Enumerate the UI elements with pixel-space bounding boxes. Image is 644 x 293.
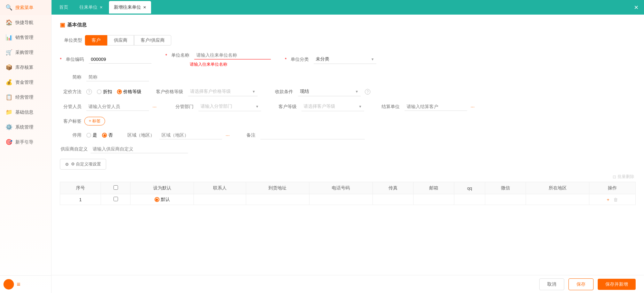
search-icon: 🔍	[6, 4, 13, 11]
inventory-icon: 📦	[6, 64, 13, 71]
pricing-price-level[interactable]: 价格等级	[117, 89, 141, 95]
batch-delete-button[interactable]: ⊡ 批量删除	[613, 174, 634, 180]
col-default: 设为默认	[131, 182, 194, 194]
pricing-help-icon[interactable]: ?	[86, 89, 92, 95]
customer-level-arrow: ▼	[359, 105, 362, 108]
customer-tag-row: 客户标签 + 标签	[60, 117, 636, 125]
region-more-icon[interactable]: ···	[224, 132, 231, 138]
col-address: 到货地址	[246, 182, 309, 194]
row-add-icon[interactable]: +	[607, 197, 610, 202]
manager-input[interactable]	[86, 103, 149, 111]
remark-input[interactable]	[260, 131, 365, 139]
unit-type-customer[interactable]: 客户	[85, 35, 107, 46]
dept-select[interactable]: 请输入分管部门 ▼	[198, 102, 261, 111]
settlement-unit-input[interactable]	[405, 103, 467, 111]
tab-partner[interactable]: 往来单位 ✕	[74, 1, 108, 14]
row-checkbox[interactable]	[113, 197, 118, 201]
save-button[interactable]: 保存	[568, 278, 594, 290]
tab-new-partner[interactable]: 新增往来单位 ✕	[109, 1, 151, 14]
unit-type-supplier[interactable]: 供应商	[107, 35, 134, 46]
save-new-button[interactable]: 保存并新增	[598, 279, 636, 290]
payment-help-icon[interactable]: ?	[365, 89, 370, 95]
sidebar-expand-icon[interactable]: ≡	[17, 281, 21, 288]
pricing-discount[interactable]: 折扣	[97, 89, 112, 95]
unit-type-both[interactable]: 客户/供应商	[134, 35, 171, 46]
disable-yes[interactable]: 是	[86, 132, 97, 138]
sidebar-item-operations[interactable]: 📋 经营管理	[0, 90, 51, 105]
settlement-more-icon[interactable]: ···	[469, 104, 476, 109]
sidebar-item-purchase[interactable]: 🛒 采购管理	[0, 45, 51, 60]
col-email: 邮箱	[414, 182, 454, 194]
row-default: 默认	[131, 194, 194, 205]
unit-name-input[interactable]	[194, 51, 271, 59]
sidebar-bottom: ≡	[0, 275, 51, 293]
unit-name-error: 请输入往来单位名称	[190, 62, 227, 67]
custom-settings-button[interactable]: ⚙ ⚙ 自定义项设置	[60, 159, 106, 170]
settlement-unit-field: 结算单位 ···	[378, 103, 476, 111]
dept-arrow: ▼	[256, 105, 259, 108]
row-seq: 1	[60, 194, 101, 205]
unit-code-input[interactable]	[89, 55, 151, 64]
window-close-icon[interactable]: ✕	[631, 3, 641, 12]
supplier-custom-row: 供应商自定义	[60, 145, 636, 153]
tab-new-partner-close[interactable]: ✕	[143, 5, 146, 10]
unit-code-label: 单位编码	[64, 56, 84, 63]
payment-terms-field: 收款条件 现结 ▼ ?	[272, 87, 370, 96]
tab-partner-close[interactable]: ✕	[100, 5, 103, 10]
region-input[interactable]	[159, 131, 222, 139]
short-name-field: 简称	[60, 73, 149, 81]
disable-label: 停用	[60, 132, 81, 138]
row-phone	[309, 194, 372, 205]
cancel-button[interactable]: 取消	[539, 278, 564, 290]
disable-no[interactable]: 否	[102, 132, 113, 138]
row-fax	[372, 194, 413, 205]
supplier-custom-label: 供应商自定义	[60, 146, 88, 152]
customer-price-level-select[interactable]: 请选择客户价格等级 ▼	[188, 87, 258, 96]
customer-level-select[interactable]: 请选择客户等级 ▼	[301, 102, 364, 111]
customer-level-field: 客户等级 请选择客户等级 ▼	[275, 102, 364, 111]
customer-level-label: 客户等级	[275, 104, 297, 110]
remark-label: 备注	[245, 132, 256, 138]
guide-icon: 🎯	[6, 139, 13, 145]
unit-code-field: * 单位编码	[60, 55, 151, 64]
row-delete-icon[interactable]: 🗑	[613, 197, 618, 202]
price-level-arrow: ▼	[252, 90, 256, 93]
table-select-all[interactable]	[113, 185, 118, 190]
row-qq	[454, 194, 485, 205]
pricing-row: 定价方法 ? 折扣 价格等级 客户价格等级 请选择客户价格等级	[60, 87, 636, 96]
settlement-unit-label: 结算单位	[378, 104, 400, 110]
default-radio-circle	[155, 197, 159, 202]
sidebar-item-guide[interactable]: 🎯 新手引导	[0, 135, 51, 149]
pricing-method-field: 定价方法 ? 折扣 价格等级	[60, 89, 141, 95]
unit-category-select[interactable]: 未分类 ▼	[314, 55, 376, 64]
customer-price-level-label: 客户价格等级	[155, 89, 183, 95]
system-icon: ⚙️	[6, 124, 13, 130]
supplier-custom-input[interactable]	[91, 145, 188, 153]
payment-terms-select[interactable]: 现结 ▼	[298, 87, 361, 96]
row-default-radio[interactable]: 默认	[134, 196, 190, 203]
sidebar-item-inventory[interactable]: 📦 库存核算	[0, 60, 51, 75]
sidebar-item-system[interactable]: ⚙️ 系统管理	[0, 120, 51, 135]
sidebar-item-sales[interactable]: 📊 销售管理	[0, 30, 51, 45]
sidebar-item-finance[interactable]: 💰 资金管理	[0, 75, 51, 90]
pricing-discount-radio	[97, 89, 102, 94]
pricing-level-radio	[117, 89, 122, 94]
payment-terms-label: 收款条件	[272, 89, 293, 95]
disable-field: 停用 是 否	[60, 132, 113, 138]
delete-icon: ⊡	[613, 174, 616, 179]
unit-name-label: 单位名称	[170, 52, 189, 58]
unit-category-label: 单位分类	[289, 56, 309, 63]
col-fax: 传真	[372, 182, 413, 194]
sidebar-item-quick-nav[interactable]: 🏠 快捷导航	[0, 15, 51, 30]
region-label: 区域（地区）	[127, 132, 155, 138]
sidebar-item-basic-info[interactable]: 📁 基础信息	[0, 105, 51, 120]
manager-more-icon[interactable]: ···	[151, 104, 158, 109]
short-name-input[interactable]	[86, 73, 149, 81]
table-header-row: ⊡ 批量删除	[60, 174, 636, 180]
sidebar-item-search[interactable]: 🔍 搜索菜单	[0, 0, 51, 15]
col-action: 操作	[589, 182, 636, 194]
tab-bar: 首页 往来单位 ✕ 新增往来单位 ✕ ✕	[52, 0, 644, 15]
add-tag-button[interactable]: + 标签	[84, 117, 105, 125]
tab-home[interactable]: 首页	[54, 1, 73, 14]
section-basic-info: ▣ 基本信息	[60, 22, 636, 28]
